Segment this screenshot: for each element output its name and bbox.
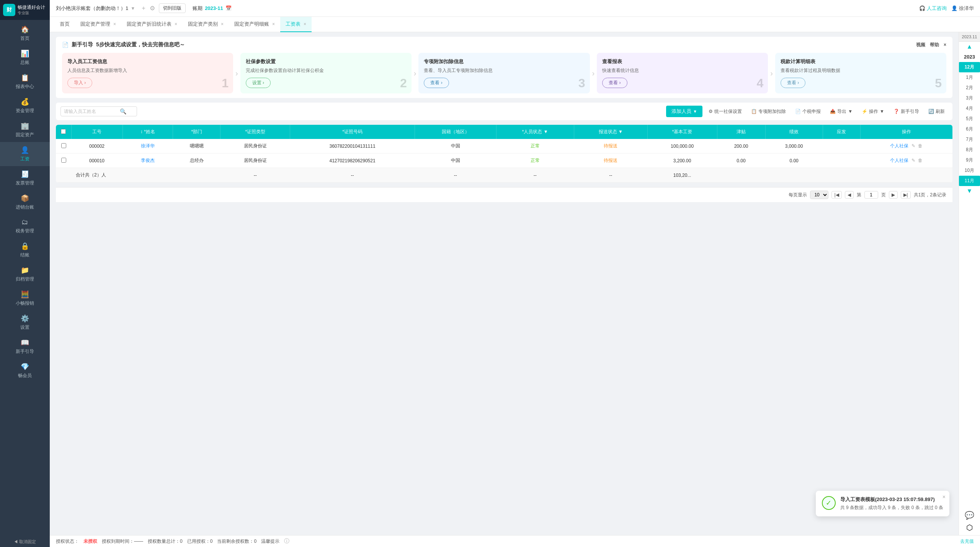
personal-insurance-link[interactable]: 个人社保 (890, 143, 908, 149)
tab-fixed-assets[interactable]: 固定资产管理 × (75, 17, 121, 32)
emp-name-link[interactable]: 徐泽华 (141, 143, 155, 149)
cal-month-2[interactable]: 2月 (959, 83, 980, 93)
service-btn[interactable]: 🎧 人工咨询 (919, 5, 947, 12)
sidebar-item-reports[interactable]: 📋 报表中心 (0, 70, 50, 94)
step-desc: 查看、导入员工专项附加扣除信息 (424, 67, 584, 74)
step-num: 1 (222, 76, 229, 90)
step-btn-5[interactable]: 查看 › (781, 78, 805, 88)
select-all-header[interactable] (56, 125, 71, 139)
inventory-icon: 📦 (21, 194, 29, 202)
edit-icon[interactable]: ✎ (911, 143, 915, 149)
toast-close-btn[interactable]: × (942, 494, 946, 500)
tab-label: 固定资产管理 (80, 21, 110, 28)
sidebar-item-settings[interactable]: ⚙️ 设置 (0, 310, 50, 335)
sidebar-item-inventory[interactable]: 📦 进销台账 (0, 190, 50, 214)
tab-close-icon[interactable]: × (304, 21, 306, 27)
search-input[interactable] (64, 109, 118, 114)
emp-name-link[interactable]: 李俊杰 (141, 158, 155, 163)
social-insurance-btn[interactable]: ⚙ 统一社保设置 (706, 107, 745, 116)
cal-month-11[interactable]: 11月 (959, 176, 980, 186)
charge-link[interactable]: 去充值 (960, 538, 974, 545)
guide-close-btn[interactable]: × (944, 42, 946, 47)
step-btn-2[interactable]: 设置 › (246, 78, 271, 88)
account-selector[interactable]: 刘小艳演示账套（勿删勿动！）1 ▼ (56, 5, 135, 12)
delete-icon[interactable]: 🗑 (918, 143, 923, 149)
cal-month-8[interactable]: 8月 (959, 145, 980, 155)
sidebar-item-funds[interactable]: 💰 资金管理 (0, 94, 50, 118)
sidebar-item-invoicing[interactable]: 🧾 发票管理 (0, 166, 50, 190)
sidebar-item-member[interactable]: 💎 畅会员 (0, 359, 50, 383)
cal-up-arrow[interactable]: ▲ (967, 42, 973, 52)
sidebar-item-ledger[interactable]: 📊 总账 (0, 46, 50, 70)
emp-id-type: 居民身份证 (220, 139, 290, 153)
cal-month-7[interactable]: 7月 (959, 134, 980, 145)
edit-icon[interactable]: ✎ (911, 158, 915, 163)
cal-month-6[interactable]: 6月 (959, 124, 980, 134)
sidebar-item-archive[interactable]: 📁 归档管理 (0, 262, 50, 286)
cal-down-arrow[interactable]: ▼ (967, 186, 973, 196)
social-label: 统一社保设置 (714, 108, 742, 115)
sidebar-item-closing[interactable]: 🔒 结账 (0, 238, 50, 262)
last-page-btn[interactable]: ▶| (901, 191, 911, 199)
step-btn-4[interactable]: 查看 › (602, 78, 627, 88)
expand-icon[interactable]: ⬡ (966, 523, 973, 532)
export-btn[interactable]: 📤 导出 ▼ (827, 107, 856, 116)
cal-month-12[interactable]: 12月 (959, 62, 980, 72)
closing-icon: 🔒 (21, 242, 29, 250)
auth-used: 已用授权：0 (187, 538, 213, 545)
sidebar-item-expense[interactable]: 🧮 小畅报销 (0, 286, 50, 310)
cal-month-10[interactable]: 10月 (959, 165, 980, 176)
refresh-btn[interactable]: 🔄 刷新 (925, 107, 948, 116)
tab-depreciation[interactable]: 固定资产折旧统计表 × (121, 17, 183, 32)
tab-asset-type[interactable]: 固定资产类别 × (183, 17, 229, 32)
special-deduction-btn[interactable]: 📋 专项附加扣除 (748, 107, 789, 116)
auth-status-label: 授权状态： (56, 538, 79, 545)
cal-month-4[interactable]: 4月 (959, 103, 980, 114)
tab-payroll[interactable]: 工资表 × (280, 17, 312, 32)
tab-home[interactable]: 首页 (54, 17, 75, 32)
prev-page-btn[interactable]: ◀ (845, 191, 854, 199)
cal-month-1[interactable]: 1月 (959, 72, 980, 83)
step-btn-1[interactable]: 导入 › (67, 78, 92, 88)
switch-version-btn[interactable]: 切到旧版 (159, 3, 186, 13)
search-icon[interactable]: 🔍 (120, 108, 126, 114)
sidebar-item-payroll[interactable]: 👤 工资 (0, 142, 50, 166)
tab-close-icon[interactable]: × (175, 21, 177, 27)
cal-month-9[interactable]: 9月 (959, 155, 980, 165)
select-all-checkbox[interactable] (61, 129, 66, 134)
add-employee-btn[interactable]: 添加人员 ▼ (666, 106, 702, 117)
cal-month-3[interactable]: 3月 (959, 93, 980, 103)
personal-insurance-link[interactable]: 个人社保 (890, 158, 908, 163)
newbie-guide-btn[interactable]: ❓ 新手引导 (890, 107, 922, 116)
feedback-icon[interactable]: 💬 (965, 511, 974, 520)
next-page-btn[interactable]: ▶ (889, 191, 898, 199)
guide-step-5: 税款计算明细表 查看税款计算过程及明细数据 查看 › 5 (775, 53, 946, 93)
tax-filing-btn[interactable]: 📄 个税申报 (792, 107, 824, 116)
tab-close-icon[interactable]: × (113, 21, 116, 27)
tab-close-icon[interactable]: × (272, 21, 275, 27)
delete-icon[interactable]: 🗑 (918, 158, 923, 163)
operate-btn[interactable]: ⚡ 操作 ▼ (859, 107, 887, 116)
video-link[interactable]: 视频 (916, 42, 925, 48)
cal-month-5[interactable]: 5月 (959, 114, 980, 124)
settings-gear-icon[interactable]: ⚙ (150, 5, 155, 12)
emp-no: 000010 (71, 153, 122, 168)
sidebar-item-tax[interactable]: 🗂 税务管理 (0, 214, 50, 238)
sidebar-item-guide[interactable]: 📖 新手引导 (0, 335, 50, 359)
add-account-icon[interactable]: ＋ (140, 4, 147, 12)
tab-close-icon[interactable]: × (221, 21, 224, 27)
cancel-pin-btn[interactable]: ◀ 取消固定 (0, 537, 50, 547)
col-id-type: *证照类型 (220, 125, 290, 139)
calendar-icon[interactable]: 📅 (225, 5, 232, 11)
sidebar-item-assets[interactable]: 🏢 固定资产 (0, 118, 50, 142)
help-link[interactable]: 帮助 (930, 42, 939, 48)
tab-asset-detail[interactable]: 固定资产明细账 × (229, 17, 280, 32)
first-page-btn[interactable]: |◀ (831, 191, 841, 199)
per-page-select[interactable]: 10 20 50 (810, 191, 828, 199)
row-checkbox[interactable] (61, 158, 66, 163)
current-page-input[interactable] (864, 191, 878, 199)
sidebar-item-home[interactable]: 🏠 首页 (0, 21, 50, 46)
row-checkbox[interactable] (61, 143, 66, 148)
step-arrow-icon: › (412, 53, 419, 93)
step-btn-3[interactable]: 查看 › (424, 78, 449, 88)
